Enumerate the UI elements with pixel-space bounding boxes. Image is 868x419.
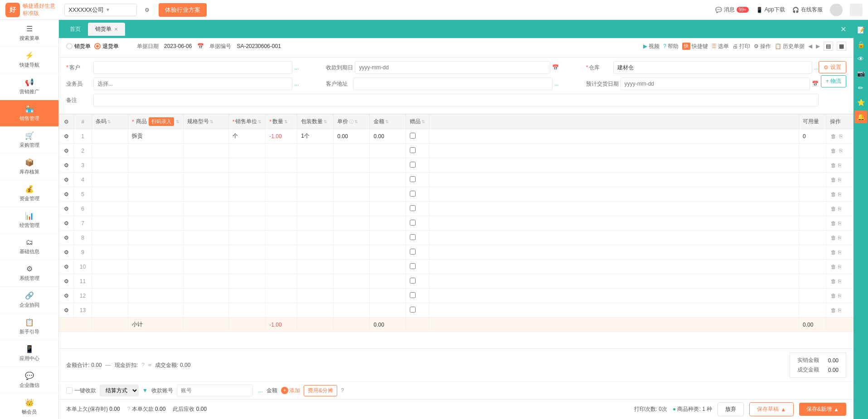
delete-row-2-icon[interactable]: 🗑 bbox=[831, 148, 836, 154]
sidebar-item-finance[interactable]: 💰 资金管理 bbox=[0, 180, 58, 207]
td-unit-2[interactable] bbox=[228, 144, 266, 158]
salesperson-dots[interactable]: ... bbox=[294, 81, 299, 87]
sidebar-item-members[interactable]: 👑 畅会员 bbox=[0, 394, 58, 419]
gift-checkbox-4[interactable] bbox=[410, 176, 416, 182]
customer-input[interactable] bbox=[93, 61, 292, 74]
sidebar-item-operations[interactable]: 📊 经营管理 bbox=[0, 207, 58, 234]
message-btn[interactable]: 💬 消息 99+ bbox=[715, 6, 749, 14]
td-sp-12[interactable] bbox=[183, 289, 228, 303]
account-dots[interactable]: ... bbox=[258, 387, 263, 394]
td-p-9[interactable] bbox=[128, 245, 184, 260]
tab-close-icon[interactable]: ✕ bbox=[114, 27, 118, 32]
td-pk-10[interactable] bbox=[297, 260, 334, 274]
del-12[interactable]: 🗑 bbox=[831, 293, 836, 299]
sidebar-item-inventory[interactable]: 📦 库存核算 bbox=[0, 154, 58, 180]
td-sp-11[interactable] bbox=[183, 274, 228, 289]
td-q-12[interactable] bbox=[266, 289, 297, 303]
td-sp-4[interactable] bbox=[183, 173, 228, 187]
sidebar-item-sales[interactable]: 🏪 销售管理 bbox=[0, 100, 58, 127]
td-p-6[interactable] bbox=[128, 202, 184, 216]
delivery-date-input[interactable] bbox=[621, 77, 810, 90]
tab-sales-order[interactable]: 销货单 ✕ bbox=[88, 23, 125, 36]
td-pr-10[interactable] bbox=[334, 260, 370, 274]
view-list-icon[interactable]: ▤ bbox=[824, 42, 833, 51]
save-new-button[interactable]: 保存&新增 ▲ bbox=[799, 403, 846, 416]
td-a-7[interactable] bbox=[370, 216, 406, 231]
td-s-12[interactable]: ⚙ bbox=[59, 289, 74, 303]
td-a-13[interactable] bbox=[370, 303, 406, 318]
td-pr-12[interactable] bbox=[334, 289, 370, 303]
td-s-8[interactable]: ⚙ bbox=[59, 231, 74, 245]
gift-checkbox-11[interactable] bbox=[410, 278, 416, 284]
td-u-3[interactable] bbox=[228, 158, 266, 173]
td-unit-1[interactable]: 个 bbox=[228, 129, 266, 144]
td-p-5[interactable] bbox=[128, 187, 184, 202]
th-price[interactable]: 单价ⓘ⇅ bbox=[334, 115, 370, 129]
td-b-7[interactable] bbox=[92, 216, 128, 231]
td-s-13[interactable]: ⚙ bbox=[59, 303, 74, 318]
add-payment-btn[interactable]: + 添加 bbox=[281, 387, 300, 395]
operation-link[interactable]: ⚙ 操作 bbox=[754, 43, 771, 50]
video-link[interactable]: ▶ 视频 bbox=[643, 43, 659, 50]
td-g-11[interactable] bbox=[406, 274, 429, 289]
right-sidebar-alert[interactable]: 🔔 bbox=[854, 111, 867, 123]
td-q-3[interactable] bbox=[266, 158, 297, 173]
th-product[interactable]: *商品 扫码录入 ⇅ bbox=[128, 115, 184, 129]
td-pk-9[interactable] bbox=[297, 245, 334, 260]
td-p-12[interactable] bbox=[128, 289, 184, 303]
app-download-btn[interactable]: 📱 App下载 bbox=[756, 6, 785, 14]
td-g-7[interactable] bbox=[406, 216, 429, 231]
del-6[interactable]: 🗑 bbox=[831, 206, 836, 212]
td-a-9[interactable] bbox=[370, 245, 406, 260]
td-pk-8[interactable] bbox=[297, 231, 334, 245]
tab-home[interactable]: 首页 bbox=[63, 23, 88, 36]
del-10[interactable]: 🗑 bbox=[831, 264, 836, 270]
warehouse-dots[interactable]: ... bbox=[814, 64, 819, 71]
td-a-6[interactable] bbox=[370, 202, 406, 216]
td-pr-4[interactable] bbox=[334, 173, 370, 187]
sidebar-item-apps[interactable]: 📱 应用中心 bbox=[0, 340, 58, 367]
setup-button[interactable]: ⚙ 设置 bbox=[819, 61, 846, 73]
td-s-9[interactable]: ⚙ bbox=[59, 245, 74, 260]
td-p-8[interactable] bbox=[128, 231, 184, 245]
td-s-7[interactable]: ⚙ bbox=[59, 216, 74, 231]
td-b-11[interactable] bbox=[92, 274, 128, 289]
td-price-2[interactable] bbox=[334, 144, 370, 158]
td-u-5[interactable] bbox=[228, 187, 266, 202]
td-pr-6[interactable] bbox=[334, 202, 370, 216]
td-q-5[interactable] bbox=[266, 187, 297, 202]
td-product-1[interactable]: 拆贡 bbox=[128, 129, 184, 144]
one-click-payment-checkbox[interactable]: 一键收款 bbox=[66, 387, 96, 395]
th-unit[interactable]: *销售单位⇅ bbox=[228, 115, 266, 129]
right-sidebar-edit[interactable]: ✏ bbox=[854, 82, 867, 94]
select-link[interactable]: ☰ 选单 bbox=[712, 43, 729, 50]
cp-11[interactable]: ⎘ bbox=[838, 278, 841, 284]
trial-button[interactable]: 体验行业方案 bbox=[159, 3, 207, 17]
sidebar-item-collab[interactable]: 🔗 企业协同 bbox=[0, 287, 58, 313]
del-4[interactable]: 🗑 bbox=[831, 177, 836, 183]
right-sidebar-notes[interactable]: 📝 bbox=[854, 24, 867, 36]
td-g-6[interactable] bbox=[406, 202, 429, 216]
td-g-3[interactable] bbox=[406, 158, 429, 173]
td-barcode-2[interactable] bbox=[92, 144, 128, 158]
gift-checkbox-9[interactable] bbox=[410, 249, 416, 255]
td-sp-9[interactable] bbox=[183, 245, 228, 260]
th-gift[interactable]: 赠品⇅ bbox=[406, 115, 429, 129]
print-link[interactable]: 🖨 打印 bbox=[732, 43, 750, 50]
td-b-6[interactable] bbox=[92, 202, 128, 216]
td-a-5[interactable] bbox=[370, 187, 406, 202]
td-g-8[interactable] bbox=[406, 231, 429, 245]
td-u-12[interactable] bbox=[228, 289, 266, 303]
td-q-7[interactable] bbox=[266, 216, 297, 231]
user-menu[interactable] bbox=[850, 4, 863, 16]
td-q-8[interactable] bbox=[266, 231, 297, 245]
del-8[interactable]: 🗑 bbox=[831, 235, 836, 241]
save-draft-button[interactable]: 保存草稿 ▲ bbox=[749, 402, 794, 416]
th-spec[interactable]: 规格型号⇅ bbox=[183, 115, 228, 129]
td-pr-8[interactable] bbox=[334, 231, 370, 245]
td-q-9[interactable] bbox=[266, 245, 297, 260]
due-date-input[interactable] bbox=[355, 61, 550, 74]
warehouse-input[interactable] bbox=[613, 61, 812, 74]
td-sp-13[interactable] bbox=[183, 303, 228, 318]
cp-4[interactable]: ⎘ bbox=[838, 177, 841, 183]
